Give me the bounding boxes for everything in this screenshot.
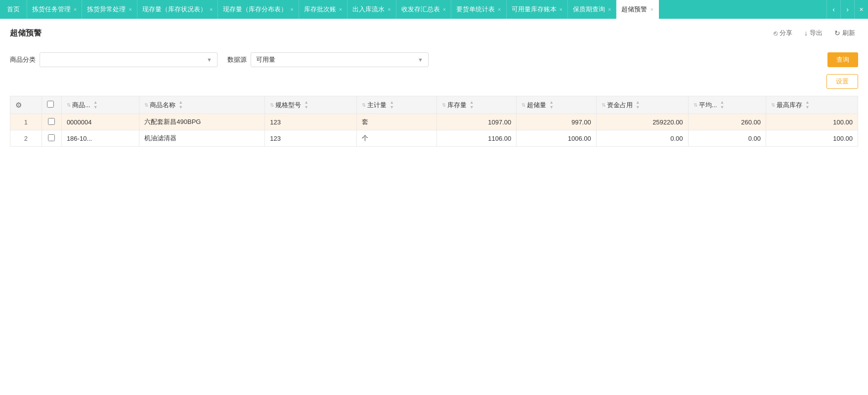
th-col-stock[interactable]: ⇅库存量▲▼ — [436, 96, 516, 114]
table-body: 10000004六配套新昌490BPG123套1097.00997.002592… — [10, 114, 858, 147]
share-icon: ⎋ — [774, 29, 778, 37]
sort-prefix: ⇅ — [270, 102, 274, 108]
th-col-overstock[interactable]: ⇅超储量▲▼ — [517, 96, 596, 114]
row-maxstock-0: 100.00 — [766, 114, 858, 130]
col-label: 最高库存 — [777, 101, 802, 110]
nav-home[interactable]: 首页 — [0, 0, 27, 19]
filter-container: 商品分类 ▼ 数据源 可用量 ▼ 查询 设置 — [10, 47, 858, 94]
col-label: 超储量 — [527, 101, 546, 110]
col-label: 库存量 — [447, 101, 467, 110]
sort-icon: ▲▼ — [720, 100, 724, 110]
nav-tab-tab10[interactable]: 保质期查询× — [568, 0, 616, 19]
sort-prefix: ⇅ — [362, 102, 366, 108]
nav-tab-tab6[interactable]: 出入库流水× — [347, 0, 396, 19]
datasource-select[interactable]: 可用量 ▼ — [251, 52, 429, 67]
gear-icon[interactable]: ⚙ — [15, 101, 22, 109]
sort-prefix: ⇅ — [771, 102, 775, 108]
nav-tab-tab5[interactable]: 库存批次账× — [299, 0, 347, 19]
th-col-name[interactable]: ⇅商品名称▲▼ — [139, 96, 265, 114]
nav-tab-tab3[interactable]: 现存量（库存状况表）× — [137, 0, 218, 19]
nav-arrow-left[interactable]: ‹ — [826, 0, 840, 19]
nav-tab-tab9[interactable]: 可用量库存账本× — [507, 0, 568, 19]
th-col-avg[interactable]: ⇅平均...▲▼ — [688, 96, 766, 114]
tab-close-icon[interactable]: × — [339, 6, 342, 12]
row-name-0: 六配套新昌490BPG — [139, 114, 265, 130]
main-content: 超储预警 ⎋ 分享 ↓ 导出 ↻ 刷新 商品分类 ▼ — [0, 19, 868, 395]
row-select-checkbox[interactable] — [48, 134, 55, 141]
tab-label: 收发存汇总表 — [401, 5, 440, 14]
tab-close-icon[interactable]: × — [498, 6, 501, 12]
query-button[interactable]: 查询 — [827, 52, 858, 67]
tab-close-icon[interactable]: × — [443, 6, 446, 12]
nav-tab-tab11[interactable]: 超储预警× — [616, 0, 658, 19]
nav-arrow-close[interactable]: × — [854, 0, 868, 19]
category-select[interactable]: ▼ — [40, 52, 217, 67]
th-col-settings: ⚙ — [10, 96, 42, 114]
nav-tab-tab2[interactable]: 拣货异常处理× — [82, 0, 137, 19]
th-col-code[interactable]: ⇅商品...▲▼ — [61, 96, 139, 114]
data-table: ⚙⇅商品...▲▼⇅商品名称▲▼⇅规格型号▲▼⇅主计量▲▼⇅库存量▲▼⇅超储量▲… — [10, 96, 858, 147]
col-label: 商品... — [72, 101, 90, 110]
page-header: 超储预警 ⎋ 分享 ↓ 导出 ↻ 刷新 — [10, 27, 858, 40]
sort-icon: ▲▼ — [805, 100, 810, 110]
nav-tab-tab4[interactable]: 现存量（库存分布表）× — [218, 0, 299, 19]
export-button[interactable]: ↓ 导出 — [801, 27, 825, 40]
row-stock-0: 1097.00 — [436, 114, 516, 130]
row-checkbox-1[interactable] — [42, 130, 61, 147]
tab-close-icon[interactable]: × — [650, 6, 653, 12]
tab-close-icon[interactable]: × — [608, 6, 611, 12]
refresh-button[interactable]: ↻ 刷新 — [831, 27, 858, 40]
row-spec-0: 123 — [265, 114, 357, 130]
th-col-maxstock[interactable]: ⇅最高库存▲▼ — [766, 96, 858, 114]
settings-button[interactable]: 设置 — [826, 74, 858, 89]
th-col-spec[interactable]: ⇅规格型号▲▼ — [265, 96, 357, 114]
row-spec-1: 123 — [265, 130, 357, 147]
row-capital-0: 259220.00 — [596, 114, 688, 130]
tab-close-icon[interactable]: × — [388, 6, 391, 12]
th-col-unit[interactable]: ⇅主计量▲▼ — [357, 96, 436, 114]
tab-close-icon[interactable]: × — [74, 6, 77, 12]
sort-prefix: ⇅ — [144, 102, 148, 108]
filter-datasource: 数据源 可用量 ▼ — [227, 52, 429, 67]
tab-close-icon[interactable]: × — [290, 6, 293, 12]
nav-tab-tab8[interactable]: 要货单统计表× — [451, 0, 506, 19]
select-all-checkbox[interactable] — [47, 101, 54, 108]
row-overstock-1: 1006.00 — [517, 130, 596, 147]
nav-arrow-right[interactable]: › — [840, 0, 854, 19]
row-code-0: 0000004 — [61, 114, 139, 130]
sort-icon: ▲▼ — [390, 100, 394, 110]
sort-prefix: ⇅ — [442, 102, 446, 108]
filter-category: 商品分类 ▼ — [10, 52, 217, 67]
sort-icon: ▲▼ — [549, 100, 554, 110]
tab-label: 库存批次账 — [304, 5, 336, 14]
col-label: 商品名称 — [150, 101, 175, 110]
category-label: 商品分类 — [10, 55, 36, 64]
tab-label: 现存量（库存分布表） — [223, 5, 287, 14]
row-checkbox-0[interactable] — [42, 114, 61, 130]
col-label: 规格型号 — [275, 101, 301, 110]
tab-label: 要货单统计表 — [456, 5, 495, 14]
tab-close-icon[interactable]: × — [129, 6, 131, 12]
chevron-down-icon2: ▼ — [418, 57, 423, 63]
sort-prefix: ⇅ — [602, 102, 606, 108]
tab-label: 现存量（库存状况表） — [142, 5, 207, 14]
share-button[interactable]: ⎋ 分享 — [771, 27, 795, 40]
row-maxstock-1: 100.00 — [766, 130, 858, 147]
datasource-label: 数据源 — [227, 55, 247, 64]
nav-arrows: ‹ › × — [826, 0, 868, 19]
nav-tab-tab1[interactable]: 拣货任务管理× — [27, 0, 82, 19]
tab-close-icon[interactable]: × — [560, 6, 563, 12]
nav-tab-tab7[interactable]: 收发存汇总表× — [396, 0, 451, 19]
col-label: 资金占用 — [607, 101, 633, 110]
row-stock-1: 1106.00 — [436, 130, 516, 147]
sort-icon: ▲▼ — [178, 100, 183, 110]
sort-prefix: ⇅ — [67, 102, 71, 108]
tab-label: 拣货异常处理 — [87, 5, 126, 14]
col-label: 主计量 — [367, 101, 387, 110]
refresh-icon: ↻ — [834, 29, 840, 37]
th-col-capital[interactable]: ⇅资金占用▲▼ — [596, 96, 688, 114]
row-select-checkbox[interactable] — [48, 118, 55, 125]
tab-close-icon[interactable]: × — [210, 6, 213, 12]
page-title: 超储预警 — [10, 28, 42, 39]
export-icon: ↓ — [804, 29, 808, 37]
